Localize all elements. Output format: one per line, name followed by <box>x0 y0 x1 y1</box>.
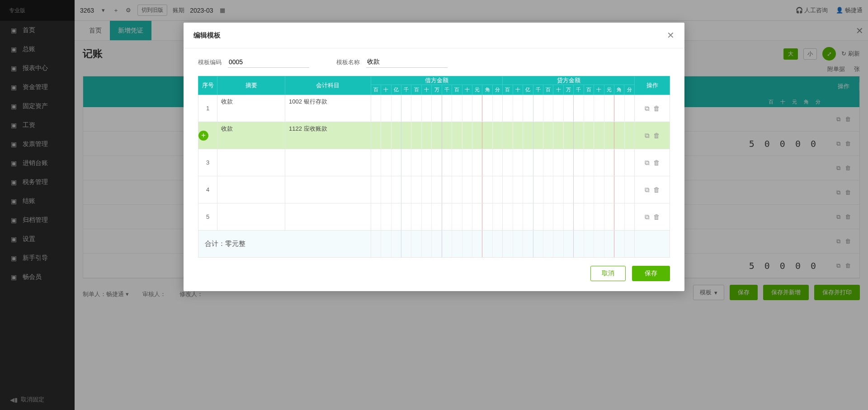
th-summary: 摘要 <box>217 76 285 95</box>
unit-header: 万 <box>432 85 442 95</box>
unit-header: 十 <box>421 85 431 95</box>
total-credit <box>503 231 635 258</box>
row-account[interactable] <box>285 176 371 203</box>
unit-header: 千 <box>442 85 452 95</box>
template-row[interactable]: 5⧉🗑 <box>198 203 670 231</box>
row-ops: ⧉🗑 <box>635 176 670 203</box>
unit-header: 百 <box>452 85 462 95</box>
th-account: 会计科目 <box>285 76 371 95</box>
row-ops: ⧉🗑 <box>635 95 670 122</box>
template-name-label: 模板名称 <box>336 58 360 66</box>
row-ops: ⧉🗑 <box>635 122 670 149</box>
delete-row-icon[interactable]: 🗑 <box>653 186 660 193</box>
row-account[interactable] <box>285 149 371 176</box>
template-row[interactable]: 1收款1002 银行存款⧉🗑 <box>198 95 670 122</box>
unit-header: 分 <box>624 85 635 95</box>
delete-row-icon[interactable]: 🗑 <box>653 159 660 166</box>
row-debit[interactable] <box>371 122 502 149</box>
row-seq: 1 <box>198 95 217 122</box>
save-template-button[interactable]: 保存 <box>632 266 670 281</box>
total-debit <box>371 231 502 258</box>
unit-header: 千 <box>533 85 543 95</box>
copy-row-icon[interactable]: ⧉ <box>645 159 650 166</box>
unit-header: 角 <box>482 85 492 95</box>
unit-header: 十 <box>594 85 604 95</box>
unit-header: 十 <box>513 85 523 95</box>
th-ops: 操作 <box>635 76 670 95</box>
unit-header: 百 <box>543 85 553 95</box>
unit-header: 十 <box>381 85 391 95</box>
delete-row-icon[interactable]: 🗑 <box>653 213 660 221</box>
template-table: 序号 摘要 会计科目 借方金额 贷方金额 操作 百十亿千百十万千百十元角分百十亿… <box>198 76 670 258</box>
template-row[interactable]: 4⧉🗑 <box>198 176 670 203</box>
modal-title: 编辑模板 <box>193 31 221 40</box>
unit-header: 分 <box>492 85 502 95</box>
copy-row-icon[interactable]: ⧉ <box>645 104 650 112</box>
cancel-button[interactable]: 取消 <box>590 266 626 281</box>
row-account[interactable]: 1122 应收账款 <box>285 122 371 149</box>
modal-overlay: 编辑模板 ✕ 模板编码 模板名称 序 <box>0 0 868 410</box>
unit-header: 角 <box>614 85 624 95</box>
unit-header: 亿 <box>523 85 533 95</box>
row-summary[interactable] <box>217 176 285 203</box>
unit-header: 十 <box>462 85 472 95</box>
unit-header: 百 <box>411 85 421 95</box>
unit-header: 亿 <box>391 85 401 95</box>
edit-template-modal: 编辑模板 ✕ 模板编码 模板名称 序 <box>184 23 684 291</box>
copy-row-icon[interactable]: ⧉ <box>645 132 650 139</box>
unit-header: 元 <box>604 85 614 95</box>
row-debit[interactable] <box>371 149 502 176</box>
row-summary[interactable]: 收款 <box>217 122 285 149</box>
unit-header: 十 <box>553 85 563 95</box>
th-credit: 贷方金额 <box>503 76 635 85</box>
template-name-input[interactable] <box>366 57 448 68</box>
delete-row-icon[interactable]: 🗑 <box>653 132 660 139</box>
unit-header: 百 <box>584 85 594 95</box>
unit-header: 百 <box>503 85 513 95</box>
row-debit[interactable] <box>371 95 502 122</box>
row-summary[interactable] <box>217 149 285 176</box>
row-summary[interactable] <box>217 203 285 231</box>
copy-row-icon[interactable]: ⧉ <box>645 186 650 193</box>
unit-header: 万 <box>563 85 573 95</box>
unit-header: 元 <box>472 85 482 95</box>
unit-header: 百 <box>371 85 381 95</box>
add-row-button[interactable]: ＋ <box>198 131 208 141</box>
row-credit[interactable] <box>503 149 635 176</box>
row-credit[interactable] <box>503 176 635 203</box>
total-label: 合计： <box>205 240 225 247</box>
delete-row-icon[interactable]: 🗑 <box>653 104 660 112</box>
row-debit[interactable] <box>371 176 502 203</box>
total-ops <box>635 231 670 258</box>
th-debit: 借方金额 <box>371 76 502 85</box>
total-cell: 合计：零元整 <box>198 231 371 258</box>
th-seq: 序号 <box>198 76 217 95</box>
row-credit[interactable] <box>503 203 635 231</box>
unit-header: 千 <box>401 85 411 95</box>
row-seq: 3 <box>198 149 217 176</box>
row-credit[interactable] <box>503 95 635 122</box>
modal-close-button[interactable]: ✕ <box>667 30 675 41</box>
total-text: 零元整 <box>225 240 245 247</box>
row-summary[interactable]: 收款 <box>217 95 285 122</box>
template-code-label: 模板编码 <box>198 58 222 66</box>
row-credit[interactable] <box>503 122 635 149</box>
row-seq: ＋ <box>198 122 217 149</box>
row-seq: 5 <box>198 203 217 231</box>
copy-row-icon[interactable]: ⧉ <box>645 213 650 221</box>
row-account[interactable]: 1002 银行存款 <box>285 95 371 122</box>
row-account[interactable] <box>285 203 371 231</box>
row-ops: ⧉🗑 <box>635 203 670 231</box>
unit-header: 千 <box>574 85 584 95</box>
row-ops: ⧉🗑 <box>635 149 670 176</box>
row-seq: 4 <box>198 176 217 203</box>
template-row[interactable]: ＋收款1122 应收账款⧉🗑 <box>198 122 670 149</box>
template-row[interactable]: 3⧉🗑 <box>198 149 670 176</box>
template-code-input[interactable] <box>228 57 309 68</box>
row-debit[interactable] <box>371 203 502 231</box>
